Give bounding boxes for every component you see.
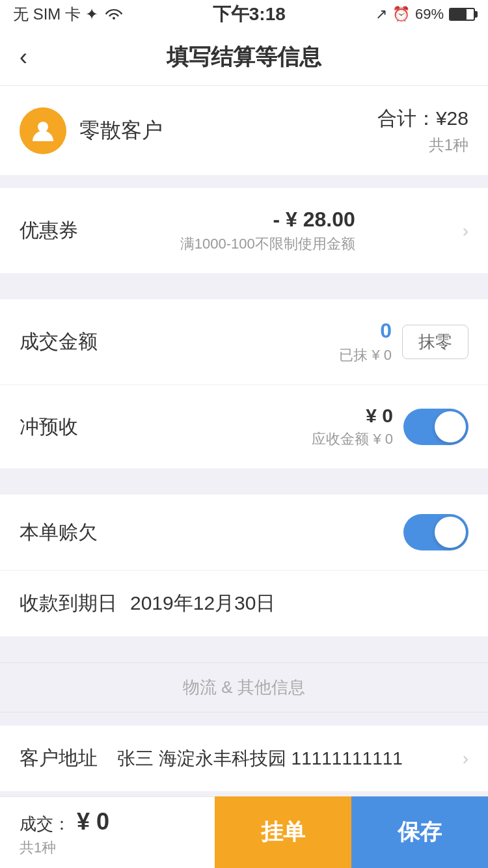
alarm-icon: ⏰ xyxy=(392,6,410,23)
hold-button[interactable]: 挂单 xyxy=(215,796,351,868)
status-right: ↗ ⏰ 69% xyxy=(375,6,475,23)
battery-icon xyxy=(449,8,475,21)
coupon-section: 优惠券 - ¥ 28.00 满1000-100不限制使用金额 › xyxy=(0,188,488,273)
prepayment-sub: 应收金额 ¥ 0 xyxy=(312,429,393,449)
status-bar: 无 SIM 卡 ✦ 下午3:18 ↗ ⏰ 69% xyxy=(0,0,488,29)
coupon-label: 优惠券 xyxy=(20,217,78,244)
due-date-value: 2019年12月30日 xyxy=(130,590,275,617)
section-divider-4 xyxy=(0,712,488,726)
svg-point-0 xyxy=(38,122,48,132)
deal-amount-section: 成交金额 0 已抹 ¥ 0 抹零 冲预收 ¥ 0 应收金额 ¥ 0 xyxy=(0,299,488,468)
address-chevron-icon: › xyxy=(463,748,468,769)
address-value: 张三 海淀永丰科技园 11111111111 xyxy=(117,746,457,771)
address-row[interactable]: 客户地址 张三 海淀永丰科技园 11111111111 › xyxy=(0,726,488,791)
toggle-knob xyxy=(435,411,466,442)
deal-amount-label: 成交金额 xyxy=(20,329,98,355)
customer-row: 零散客户 合计：¥28 共1种 xyxy=(0,86,488,175)
back-button[interactable]: ‹ xyxy=(20,44,59,71)
bottom-bar: 成交： ¥ 0 共1种 挂单 保存 xyxy=(0,796,488,868)
sim-label: 无 SIM 卡 ✦ xyxy=(13,4,98,25)
total-amount: 合计：¥28 xyxy=(377,105,468,132)
page-title: 填写结算等信息 xyxy=(167,42,321,72)
section-divider-1 xyxy=(0,286,488,299)
customer-left: 零散客户 xyxy=(20,107,163,154)
wifi-icon xyxy=(105,5,123,23)
bottom-info: 成交： ¥ 0 共1种 xyxy=(0,796,215,868)
total-count: 共1种 xyxy=(377,135,468,156)
bottom-count: 共1种 xyxy=(20,838,195,858)
round-zero-button[interactable]: 抹零 xyxy=(402,325,468,359)
status-left: 无 SIM 卡 ✦ xyxy=(13,4,123,25)
credit-section: 本单赊欠 收款到期日 2019年12月30日 xyxy=(0,495,488,636)
deal-amount-value: 0 xyxy=(380,319,392,342)
deal-amount-right: 0 已抹 ¥ 0 抹零 xyxy=(339,319,468,365)
credit-label: 本单赊欠 xyxy=(20,519,98,546)
location-icon: ↗ xyxy=(375,6,387,23)
logistics-label: 物流 & 其他信息 xyxy=(183,677,305,697)
coupon-right: - ¥ 28.00 满1000-100不限制使用金额 xyxy=(180,208,355,254)
customer-summary: 合计：¥28 共1种 xyxy=(377,105,468,156)
prepayment-label: 冲预收 xyxy=(20,414,78,441)
prepayment-value: ¥ 0 xyxy=(312,405,393,427)
deal-amount-sub: 已抹 ¥ 0 xyxy=(339,346,392,365)
coupon-row[interactable]: 优惠券 - ¥ 28.00 满1000-100不限制使用金额 › xyxy=(0,188,488,273)
save-button[interactable]: 保存 xyxy=(351,796,488,868)
prepayment-toggle[interactable] xyxy=(403,409,468,445)
logistics-divider: 物流 & 其他信息 xyxy=(0,662,488,712)
credit-row: 本单赊欠 xyxy=(0,495,488,571)
deal-amount-row: 成交金额 0 已抹 ¥ 0 抹零 xyxy=(0,299,488,385)
prepayment-right: ¥ 0 应收金额 ¥ 0 xyxy=(312,405,468,449)
status-time: 下午3:18 xyxy=(213,2,286,27)
coupon-amount: - ¥ 28.00 xyxy=(180,208,355,232)
avatar xyxy=(20,107,66,154)
prepayment-row: 冲预收 ¥ 0 应收金额 ¥ 0 xyxy=(0,385,488,468)
coupon-sub: 满1000-100不限制使用金额 xyxy=(180,234,355,254)
customer-name: 零散客户 xyxy=(79,116,163,145)
section-divider-3 xyxy=(0,649,488,662)
due-date-row: 收款到期日 2019年12月30日 xyxy=(0,571,488,636)
credit-toggle[interactable] xyxy=(403,514,468,550)
due-date-label: 收款到期日 xyxy=(20,590,117,617)
nav-bar: ‹ 填写结算等信息 xyxy=(0,29,488,86)
address-section: 客户地址 张三 海淀永丰科技园 11111111111 › xyxy=(0,726,488,791)
address-label: 客户地址 xyxy=(20,745,98,772)
credit-right xyxy=(403,514,468,550)
content: 零散客户 合计：¥28 共1种 优惠券 - ¥ 28.00 满1000-100不… xyxy=(0,86,488,868)
section-divider-2 xyxy=(0,481,488,495)
credit-toggle-knob xyxy=(435,517,466,548)
bottom-deal-label: 成交： xyxy=(20,813,70,835)
coupon-chevron-icon: › xyxy=(463,221,468,241)
bottom-deal-amount: ¥ 0 xyxy=(77,808,109,835)
battery-percent: 69% xyxy=(415,6,444,23)
